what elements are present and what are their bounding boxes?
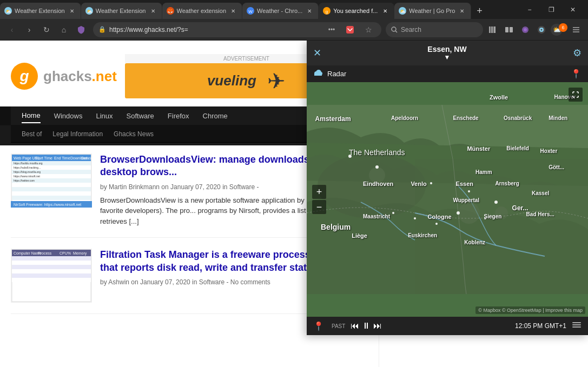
- tab-6-close[interactable]: ✕: [458, 6, 466, 15]
- svg-point-20: [524, 28, 527, 31]
- tab-6-title: Weather | Go Pro: [409, 8, 455, 14]
- address-bar[interactable]: 🔒 https://www.ghacks.net/?s= ••• ☆: [93, 22, 381, 37]
- extension-icon[interactable]: [534, 22, 549, 37]
- svg-rect-65: [12, 278, 91, 282]
- svg-rect-61: [12, 261, 91, 265]
- tab-5-active[interactable]: g You searched f... ✕: [319, 3, 394, 19]
- svg-point-73: [369, 167, 385, 183]
- tab-4[interactable]: W Weather - Chro... ✕: [242, 3, 319, 19]
- tab-1-close[interactable]: ✕: [68, 6, 76, 15]
- tab-1[interactable]: ⛅ Weather Extension ✕: [0, 3, 81, 19]
- nav-chrome[interactable]: Chrome: [203, 109, 228, 123]
- svg-text:Downloa...: Downloa...: [81, 156, 92, 160]
- svg-rect-13: [489, 26, 490, 33]
- weather-settings-button[interactable]: ⚙: [573, 47, 582, 59]
- svg-point-82: [435, 223, 438, 225]
- more-options-icon[interactable]: •••: [324, 22, 339, 37]
- tab-3-close[interactable]: ✕: [229, 6, 237, 15]
- minimize-button[interactable]: −: [519, 0, 540, 19]
- home-button[interactable]: ⌂: [56, 22, 71, 37]
- svg-rect-72: [415, 159, 588, 294]
- svg-text:https://blog.mozilla.org: https://blog.mozilla.org: [14, 170, 41, 174]
- reload-button[interactable]: ↻: [39, 22, 54, 37]
- lock-icon: 🔒: [98, 26, 106, 33]
- url-display: https://www.ghacks.net/?s=: [109, 26, 321, 34]
- svg-text:g: g: [326, 9, 328, 14]
- layers-icon[interactable]: [572, 320, 582, 332]
- tabs-container: ⛅ Weather Extension ✕ ⛅ Weather Extensio…: [0, 0, 514, 19]
- svg-rect-16: [494, 26, 495, 33]
- container-icon[interactable]: [518, 22, 533, 37]
- svg-point-74: [458, 202, 480, 224]
- reader-view-icon[interactable]: [501, 22, 517, 37]
- window-controls: − ❐ ✕: [514, 0, 588, 19]
- svg-text:CPU%: CPU%: [60, 251, 71, 255]
- svg-rect-63: [12, 269, 91, 273]
- weather-close-button[interactable]: ✕: [313, 47, 321, 59]
- tab-5-close[interactable]: ✕: [381, 6, 389, 15]
- svg-rect-44: [12, 191, 91, 196]
- shield-icon[interactable]: [74, 22, 89, 37]
- zoom-in-button[interactable]: +: [312, 185, 326, 199]
- tab-1-favicon: ⛅: [4, 7, 12, 15]
- nav-firefox[interactable]: Firefox: [168, 109, 189, 123]
- tab-2[interactable]: ⛅ Weather Extension ✕: [81, 3, 162, 19]
- menu-button[interactable]: [569, 22, 584, 37]
- tab-2-close[interactable]: ✕: [149, 6, 157, 15]
- svg-point-75: [495, 206, 508, 219]
- radar-bar: Radar 📍: [307, 65, 588, 82]
- back-button[interactable]: ‹: [4, 22, 19, 37]
- radar-cloud-icon: [313, 69, 323, 78]
- sub-nav-legal[interactable]: Legal Information: [52, 130, 103, 138]
- svg-rect-45: [12, 196, 91, 200]
- svg-rect-87: [572, 324, 581, 325]
- search-placeholder: Search: [401, 26, 478, 34]
- svg-line-12: [395, 31, 397, 32]
- forward-button[interactable]: ›: [22, 22, 37, 37]
- zoom-out-button[interactable]: −: [312, 200, 326, 214]
- weather-chevron-icon[interactable]: ▼: [444, 54, 451, 61]
- site-name-suffix: .net: [92, 68, 117, 84]
- restore-button[interactable]: ❐: [540, 0, 562, 19]
- sub-nav-best-of[interactable]: Best of: [22, 130, 42, 138]
- nav-windows[interactable]: Windows: [54, 109, 83, 123]
- svg-point-77: [348, 155, 352, 158]
- pocket-icon[interactable]: [342, 22, 358, 37]
- skip-back-button[interactable]: ⏮: [351, 321, 359, 331]
- sub-nav-ghacks-news[interactable]: Ghacks News: [114, 130, 154, 138]
- browser-window: ⛅ Weather Extension ✕ ⛅ Weather Extensio…: [0, 0, 588, 367]
- tab-4-favicon: W: [247, 7, 254, 15]
- svg-rect-43: [12, 187, 91, 191]
- nav-linux[interactable]: Linux: [96, 109, 113, 123]
- pause-button[interactable]: ⏸: [362, 321, 371, 331]
- search-bar[interactable]: Search: [386, 22, 483, 37]
- svg-text:https://www.nirsoft.net: https://www.nirsoft.net: [14, 175, 41, 178]
- location-pin-icon[interactable]: 📍: [313, 321, 324, 331]
- ad-brand: vueling: [207, 72, 256, 89]
- new-tab-button[interactable]: +: [471, 3, 487, 19]
- bookmark-star-icon[interactable]: ☆: [361, 22, 376, 37]
- nav-software[interactable]: Software: [127, 109, 154, 123]
- tab-6[interactable]: ⛅ Weather | Go Pro ✕: [394, 3, 471, 19]
- tab-5-favicon: g: [323, 7, 331, 15]
- logo-area: g ghacks.net: [11, 63, 117, 90]
- tab-4-close[interactable]: ✕: [305, 6, 314, 15]
- library-icon[interactable]: [485, 22, 500, 37]
- toolbar: ‹ › ↻ ⌂ 🔒 https://www.ghacks.net/?s= •••…: [0, 19, 588, 41]
- tab-1-title: Weather Extension: [15, 8, 65, 14]
- svg-text:End Time: End Time: [54, 156, 70, 160]
- tab-3[interactable]: 🦊 Weather extension ✕: [162, 3, 243, 19]
- svg-text:NirSoft Freeware: https://www.: NirSoft Freeware: https://www.nirsoft.ne…: [14, 203, 81, 207]
- map-fullscreen-button[interactable]: [569, 88, 583, 102]
- svg-rect-60: [12, 256, 91, 261]
- site-logo: g: [11, 63, 38, 90]
- radar-pin-icon[interactable]: 📍: [571, 69, 582, 79]
- svg-rect-14: [491, 26, 492, 33]
- skip-forward-button[interactable]: ⏭: [373, 321, 382, 331]
- tab-2-favicon: ⛅: [85, 7, 93, 15]
- tab-6-favicon: ⛅: [399, 7, 406, 15]
- weather-overlay: ✕ Essen, NW ▼ ⚙ Radar 📍: [307, 41, 588, 335]
- nav-home[interactable]: Home: [22, 109, 41, 123]
- close-button[interactable]: ✕: [562, 0, 584, 19]
- weather-controls-bar: 📍 PAST ⏮ ⏸ ⏭ 12:05 PM GMT+1: [307, 317, 588, 335]
